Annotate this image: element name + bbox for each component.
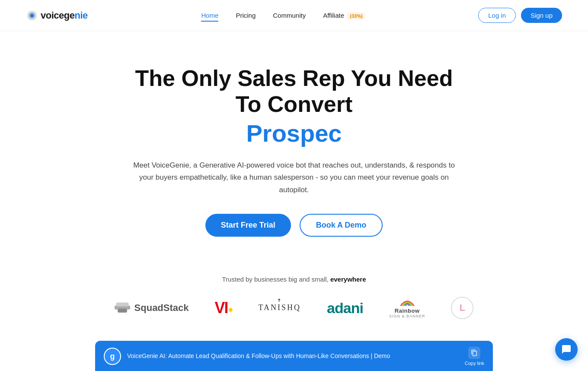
nav-actions: Log in Sign up: [478, 8, 562, 23]
copy-link-button[interactable]: Copy link: [465, 347, 484, 366]
logo-text: voicegenie: [41, 10, 88, 21]
svg-rect-4: [116, 303, 128, 307]
video-bar: g VoiceGenie AI: Automate Lead Qualifica…: [95, 341, 493, 371]
affiliate-badge: (33%): [348, 13, 364, 19]
logos-row: SquadStack VI ✝ TANISHQ adani: [17, 297, 571, 319]
svg-point-2: [30, 13, 34, 17]
rainbow-name-text: Rainbow: [395, 308, 420, 314]
copy-icon-svg: [471, 349, 478, 356]
svg-rect-5: [118, 309, 127, 313]
hero-description: Meet VoiceGenie, a Generative AI-powered…: [125, 159, 463, 197]
chat-bubble-button[interactable]: [555, 338, 578, 361]
copy-label: Copy link: [465, 361, 484, 366]
hero-title: The Only Sales Rep You Need To Convert: [121, 66, 467, 117]
circle-logo: L: [451, 297, 473, 319]
nav-affiliate[interactable]: Affiliate (33%): [323, 12, 364, 19]
tanishq-logo: ✝ TANISHQ: [259, 298, 301, 318]
squadstack-name: SquadStack: [134, 302, 189, 314]
hero-section: The Only Sales Rep You Need To Convert P…: [0, 31, 588, 254]
logo-link[interactable]: voicegenie: [26, 10, 88, 22]
logo-icon: [26, 10, 38, 22]
trusted-text: Trusted by businesses big and small, eve…: [17, 276, 571, 283]
nav-community[interactable]: Community: [273, 12, 306, 19]
rainbow-icon-svg: [399, 298, 416, 308]
nav-links: Home Pricing Community Affiliate (33%): [201, 12, 364, 19]
trusted-section: Trusted by businesses big and small, eve…: [0, 254, 588, 332]
chat-icon: [561, 344, 572, 355]
signup-button[interactable]: Sign up: [521, 8, 562, 23]
tanishq-icon-symbol: ✝: [259, 298, 301, 303]
start-free-trial-button[interactable]: Start Free Trial: [205, 214, 291, 237]
video-avatar: g: [104, 348, 121, 365]
login-button[interactable]: Log in: [478, 8, 516, 23]
rainbow-sub-text: SIGN & BANNER: [389, 314, 425, 318]
video-title: VoiceGenie AI: Automate Lead Qualificati…: [127, 352, 390, 361]
vi-logo: VI: [215, 298, 233, 318]
hero-actions: Start Free Trial Book A Demo: [205, 214, 383, 237]
nav-home[interactable]: Home: [201, 12, 218, 22]
copy-icon: [468, 347, 480, 359]
rainbow-logo: Rainbow SIGN & BANNER: [389, 298, 425, 318]
hero-subtitle: Prospec: [246, 119, 342, 147]
video-section: g VoiceGenie AI: Automate Lead Qualifica…: [86, 341, 502, 371]
vi-dot: [229, 308, 233, 312]
tanishq-name-text: TANISHQ: [259, 303, 301, 312]
squadstack-icon: [115, 300, 130, 316]
squadstack-logo: SquadStack: [115, 298, 189, 318]
adani-text: adani: [327, 300, 363, 317]
book-demo-button[interactable]: Book A Demo: [300, 214, 383, 237]
vi-text: VI: [215, 299, 228, 317]
nav-pricing[interactable]: Pricing: [236, 12, 256, 19]
adani-logo: adani: [327, 298, 363, 318]
video-bar-left: g VoiceGenie AI: Automate Lead Qualifica…: [104, 348, 390, 365]
navbar: voicegenie Home Pricing Community Affili…: [0, 0, 588, 31]
